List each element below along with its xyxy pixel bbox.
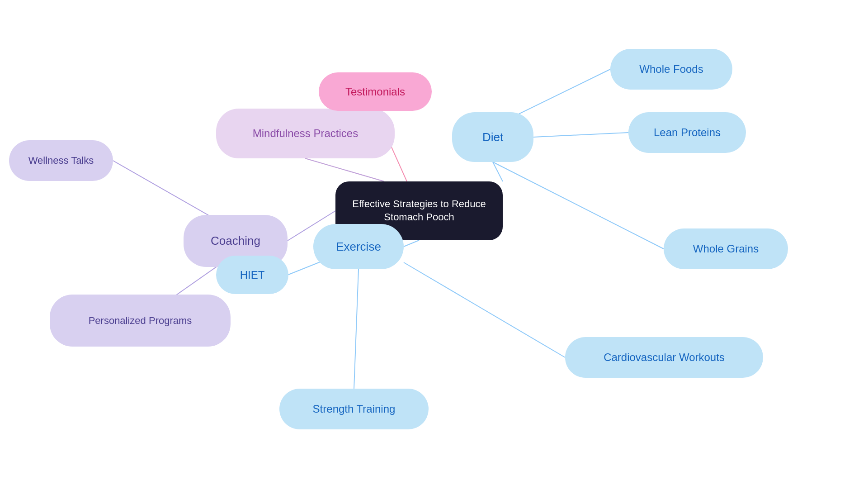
personalized-programs-node: Personalized Programs [50, 295, 231, 347]
whole-foods-node: Whole Foods [610, 49, 732, 90]
svg-line-9 [404, 240, 419, 247]
cardiovascular-workouts-node: Cardiovascular Workouts [565, 337, 763, 378]
svg-line-8 [493, 162, 664, 249]
hiet-node: HIET [216, 256, 288, 294]
strength-training-node: Strength Training [279, 389, 429, 429]
svg-line-5 [493, 162, 503, 181]
exercise-node: Exercise [313, 224, 404, 269]
diet-node: Diet [452, 112, 533, 162]
svg-line-7 [533, 133, 628, 137]
testimonials-node: Testimonials [319, 72, 432, 111]
whole-grains-node: Whole Grains [664, 228, 788, 269]
svg-line-3 [305, 158, 384, 181]
svg-line-11 [404, 262, 565, 357]
svg-line-12 [354, 269, 359, 389]
mindfulness-practices-node: Mindfulness Practices [216, 109, 395, 158]
lean-proteins-node: Lean Proteins [628, 112, 746, 153]
wellness-talks-node: Wellness Talks [9, 140, 113, 181]
